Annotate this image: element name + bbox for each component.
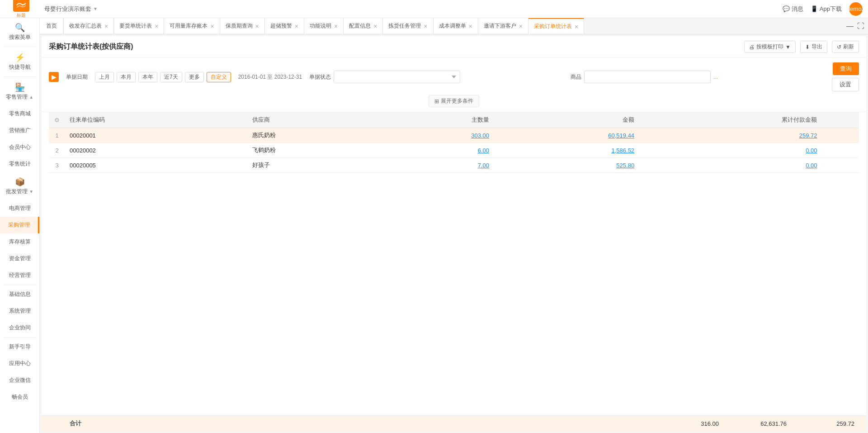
sidebar-item-ecommerce[interactable]: 电商管理 (0, 200, 39, 217)
sidebar-item-app-center[interactable]: 应用中心 (0, 355, 39, 372)
date-last-month-button[interactable]: 上月 (95, 72, 114, 82)
table-row: 1 00020001 惠氏奶粉 303.00 60,519.44 259.72 (49, 128, 859, 143)
sidebar-item-newbie[interactable]: 新手引导 (0, 338, 39, 355)
goods-input[interactable] (584, 71, 711, 83)
date-this-month-button[interactable]: 本月 (117, 72, 136, 82)
sidebar-item-purchase[interactable]: 采购管理 (0, 217, 39, 233)
tab-invite-downstream[interactable]: 邀请下游客户 × (478, 18, 528, 34)
sidebar-item-inventory[interactable]: 库存核算 (0, 233, 39, 250)
app-download-icon: 📱 (811, 5, 818, 12)
tab-function-desc-close-icon[interactable]: × (334, 23, 338, 29)
row-amount: 60,519.44 (494, 128, 639, 143)
refresh-button[interactable]: ↺ 刷新 (832, 41, 859, 53)
sidebar-item-inventory-label: 库存核算 (9, 238, 31, 245)
user-avatar[interactable]: demo2 (849, 2, 863, 16)
th-supplier: 供应商 (248, 112, 382, 128)
sidebar-item-vip[interactable]: 畅会员 (0, 389, 39, 405)
tab-config-info-close-icon[interactable]: × (373, 23, 377, 29)
sidebar-item-sys-mgmt[interactable]: 系统管理 (0, 303, 39, 319)
row-code: 00020005 (65, 158, 248, 173)
tab-cost-adjust[interactable]: 成本调整单 × (434, 18, 478, 34)
tab-expand-icon[interactable]: ⛶ (857, 22, 864, 30)
sidebar-item-purchase-label: 采购管理 (8, 222, 30, 228)
tab-order-summary-close-icon[interactable]: × (155, 23, 158, 29)
top-bar: 标题 母婴行业演示账套 ▼ 💬 消息 📱 App下载 demo2 (0, 0, 868, 18)
workspace-selector[interactable]: 母婴行业演示账套 ▼ (44, 5, 99, 13)
sidebar-item-quicknav[interactable]: ⚡ 快捷导航 (0, 48, 39, 76)
sidebar-item-search[interactable]: 🔍 搜索英单 (0, 18, 39, 46)
tab-inventory-ledger-close-icon[interactable]: × (210, 23, 214, 29)
tab-invite-downstream-close-icon[interactable]: × (519, 23, 523, 29)
th-paid: 累计付款金额 (639, 112, 821, 128)
sidebar-item-search-label: 搜索英单 (9, 34, 31, 40)
sidebar-item-retail-stat[interactable]: 零售统计 (0, 156, 39, 172)
date-this-year-button[interactable]: 本年 (138, 72, 157, 82)
tab-cost-adjust-close-icon[interactable]: × (469, 23, 472, 29)
row-supplier: 好孩子 (248, 158, 382, 173)
tab-home[interactable]: 首页 (40, 18, 64, 34)
tab-purchase-stat[interactable]: 采购订单统计表 × (528, 18, 584, 34)
tab-config-info[interactable]: 配置信息 × (344, 18, 383, 34)
sidebar-item-operations[interactable]: 经营管理 (0, 267, 39, 284)
status-select[interactable] (334, 71, 460, 83)
tab-inventory-ledger[interactable]: 可用量库存账本 × (164, 18, 220, 34)
tab-order-summary[interactable]: 要货单统计表 × (114, 18, 164, 34)
messages-button[interactable]: 💬 消息 (783, 5, 803, 13)
query-button[interactable]: 查询 (833, 62, 859, 75)
tab-function-desc[interactable]: 功能说明 × (304, 18, 344, 34)
tab-picking-task-close-icon[interactable]: × (424, 23, 427, 29)
tab-overstock-warning-close-icon[interactable]: × (295, 23, 298, 29)
date-more-button[interactable]: 更多 (185, 72, 204, 82)
tab-overstock-warning[interactable]: 超储预警 × (265, 18, 304, 34)
tab-receive-summary-close-icon[interactable]: × (104, 23, 108, 29)
sidebar-item-basic-info[interactable]: 基础信息 (0, 286, 39, 303)
sidebar-item-wholesale[interactable]: 📦 批发管理 ▼ (0, 172, 39, 200)
tab-purchase-stat-close-icon[interactable]: × (575, 24, 578, 30)
retail-expand-icon: ▲ (29, 95, 33, 100)
date-custom-badge[interactable]: 自定义 (207, 72, 231, 82)
logo-icon (13, 0, 29, 12)
sidebar-divider-4 (4, 337, 36, 338)
date-last-7days-button[interactable]: 近7天 (160, 72, 182, 82)
sidebar-item-marketing[interactable]: 营销推广 (0, 122, 39, 139)
row-amount: 525.80 (494, 158, 639, 173)
row-paid: 0.00 (639, 158, 821, 173)
sidebar-item-members[interactable]: 会员中心 (0, 139, 39, 156)
workspace-chevron-icon: ▼ (93, 6, 98, 11)
date-filter-label: 单据日期 (66, 73, 88, 81)
tab-warranty-query[interactable]: 保质期查询 × (220, 18, 265, 34)
sidebar-item-retail-shop[interactable]: 零售商城 (0, 105, 39, 122)
settings-button[interactable]: 设置 (832, 78, 859, 91)
sidebar-divider-3 (4, 285, 36, 285)
date-range-display: 2016-01-01 至 2023-12-31 (238, 73, 302, 81)
sidebar-item-marketing-label: 营销推广 (9, 127, 31, 133)
refresh-label: 刷新 (843, 43, 854, 51)
template-print-label: 按模板打印 (756, 43, 783, 51)
template-chevron-icon: ▼ (785, 44, 791, 50)
filter-row-1: ▶ 单据日期 上月 本月 本年 近7天 更多 自定义 2016-01-01 至 … (49, 62, 859, 91)
quicknav-icon: ⚡ (0, 52, 39, 62)
tab-picking-task[interactable]: 拣货任务管理 × (383, 18, 433, 34)
sidebar-item-retail-stat-label: 零售统计 (9, 161, 31, 167)
filter-toggle-button[interactable]: ▶ (49, 72, 59, 82)
page-header: 采购订单统计表(按供应商) 🖨 按模板打印 ▼ ⬇ 导出 ↺ (42, 36, 866, 58)
th-code: 往来单位编码 (65, 112, 248, 128)
wholesale-expand-icon: ▼ (29, 189, 33, 194)
table-footer: 合计 316.00 62,631.76 259.72 (42, 415, 866, 431)
footer-paid: 259.72 (800, 420, 854, 427)
tab-receive-summary[interactable]: 收发存汇总表 × (64, 18, 114, 34)
tab-minimize-icon[interactable]: — (846, 22, 854, 30)
sidebar-item-finance[interactable]: 资金管理 (0, 250, 39, 267)
gear-icon[interactable]: ⚙ (54, 117, 60, 124)
export-button[interactable]: ⬇ 导出 (800, 41, 827, 53)
tab-inventory-ledger-label: 可用量库存账本 (170, 22, 208, 30)
sidebar-item-retail[interactable]: 🏪 零售管理 ▲ (0, 78, 39, 105)
template-print-button[interactable]: 🖨 按模板打印 ▼ (744, 41, 796, 53)
app-download-button[interactable]: 📱 App下载 (811, 5, 842, 13)
tab-warranty-query-label: 保质期查询 (226, 22, 253, 30)
expand-more-button[interactable]: ⊞ 展开更多条件 (429, 95, 479, 107)
tab-warranty-query-close-icon[interactable]: × (255, 23, 259, 29)
goods-more-button[interactable]: ... (713, 74, 718, 80)
sidebar-item-enterprise-wechat[interactable]: 企业微信 (0, 372, 39, 389)
sidebar-item-collab[interactable]: 企业协同 (0, 319, 39, 336)
